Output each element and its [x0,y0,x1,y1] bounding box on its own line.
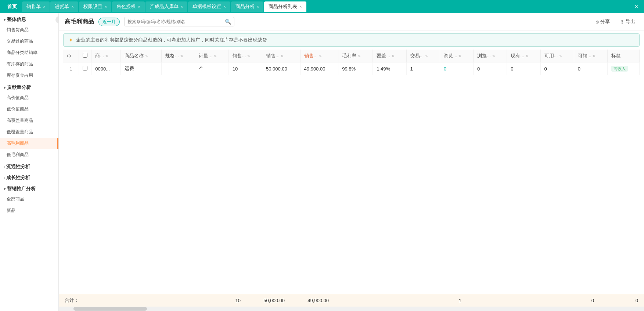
col-gross-margin-sort: ⇅ [358,54,361,58]
row-browse1[interactable]: 0 [440,62,473,75]
row-available: 0 [540,62,574,75]
col-unit[interactable]: 计量... ⇅ [195,50,229,62]
col-sales-amount-sort: ⇅ [281,54,284,58]
share-icon: ⎋ [596,19,599,25]
col-unit-sort: ⇅ [214,54,217,58]
row-code: 0000... [91,62,121,75]
tab-sales-close[interactable]: × [43,4,45,9]
table-body: 1 0000... 运费 个 10 50,000.00 49,900.00 99… [63,62,640,75]
marketing-arrow-icon: ▾ [4,187,6,191]
sidebar-group-growth[interactable]: › 成长性分析 [0,171,58,182]
sidebar-item-stock-capital[interactable]: 库存资金占用 [0,70,58,81]
col-current-stock[interactable]: 现有... ⇅ [507,50,540,62]
sidebar-item-low-margin[interactable]: 低毛利商品 [0,149,58,160]
close-window-button[interactable]: × [632,3,641,10]
share-button[interactable]: ⎋ 分享 [593,17,613,26]
tab-product-analysis-list-close[interactable]: × [299,4,302,9]
sidebar: « ▾ 整体信息 销售货商品 交易过的商品 商品分类助销率 有库存的商品 库存资… [0,13,59,311]
overall-arrow-icon: ▾ [4,18,6,22]
tab-purchase-close[interactable]: × [71,4,73,9]
tab-role-close[interactable]: × [138,4,140,9]
col-sales-amount[interactable]: 销售... ⇅ [262,50,301,62]
col-code[interactable]: 商... ⇅ [91,50,121,62]
tab-sales[interactable]: 销售单 × [22,1,50,12]
sidebar-item-sales-goods[interactable]: 销售货商品 [0,24,58,36]
footer-bar: 合计： 10 50,000.00 49,900.00 1 0 0 [59,294,644,307]
liquidity-arrow-icon: › [4,165,5,169]
search-input[interactable] [127,19,223,24]
table-row: 1 0000... 运费 个 10 50,000.00 49,900.00 99… [63,62,640,75]
footer-current-stock: 0 [565,298,594,303]
col-name[interactable]: 商品名称 ⇅ [121,50,162,62]
scrollbar-thumb[interactable] [73,307,147,311]
col-sales-count[interactable]: 销售... ⇅ [229,50,262,62]
content-title: 高毛利商品 [65,18,94,26]
tag-badge: 高收入 [611,66,628,72]
footer-sales-profit: 49,900.00 [299,298,329,303]
col-coverage[interactable]: 覆盖... ⇅ [373,50,406,62]
col-transaction[interactable]: 交易... ⇅ [406,50,440,62]
col-spec-sort: ⇅ [180,54,183,58]
date-filter-button[interactable]: 近一月 [98,18,120,26]
tab-product-in[interactable]: 产成品入库单 × [145,1,187,12]
top-tabbar: 首页 销售单 × 进货单 × 权限设置 × 角色授权 × 产成品入库单 × 单据… [0,0,644,13]
footer-sales-amount: 50,000.00 [255,298,285,303]
sidebar-item-low-value[interactable]: 低价值商品 [0,104,58,115]
tab-home[interactable]: 首页 [3,1,21,12]
tab-product-analysis-list[interactable]: 商品分析列表 × [264,1,306,12]
col-settings[interactable]: ⚙ [63,50,79,62]
row-num: 1 [63,62,79,75]
data-table: ⚙ 商... ⇅ 商品名称 ⇅ 规格... ⇅ 计量... ⇅ 销售... ⇅ … [63,50,640,75]
sidebar-item-high-margin[interactable]: 高毛利商品 [0,138,58,149]
col-spec[interactable]: 规格... ⇅ [162,50,195,62]
select-all-checkbox[interactable] [83,53,87,58]
horizontal-scrollbar[interactable] [59,307,644,311]
footer-label: 合计： [65,297,79,304]
sidebar-item-traded-goods[interactable]: 交易过的商品 [0,36,58,47]
col-gross-margin[interactable]: 毛利率 ⇅ [338,50,373,62]
sidebar-item-high-coverage[interactable]: 高覆盖量商品 [0,115,58,126]
search-icon[interactable]: 🔍 [225,19,231,25]
col-tag[interactable]: 标签 [608,50,640,62]
footer-sales-count: 10 [211,298,241,303]
col-coverage-sort: ⇅ [392,54,395,58]
sidebar-group-overall[interactable]: ▾ 整体信息 [0,13,58,24]
col-available-sort: ⇅ [559,54,562,58]
row-current-stock: 0 [507,62,540,75]
tab-purchase[interactable]: 进货单 × [50,1,78,12]
col-checkbox[interactable] [79,50,91,62]
sidebar-group-liquidity[interactable]: › 流通性分析 [0,160,58,171]
col-browse1[interactable]: 浏览... ⇅ [440,50,473,62]
export-button[interactable]: ⇪ 导出 [617,17,638,26]
tab-role[interactable]: 角色授权 × [112,1,144,12]
sidebar-group-marketing[interactable]: ▾ 营销推广分析 [0,182,58,194]
col-current-stock-sort: ⇅ [526,54,529,58]
col-browse2[interactable]: 浏览... ⇅ [474,50,507,62]
tab-template-close[interactable]: × [223,4,226,9]
tab-product-analysis[interactable]: 商品分析 × [231,1,263,12]
tab-product-in-close[interactable]: × [181,4,183,9]
col-available[interactable]: 可用... ⇅ [540,50,574,62]
tab-permission-close[interactable]: × [105,4,107,9]
col-sales-profit-sort: ⇅ [319,54,322,58]
col-sales-count-sort: ⇅ [247,54,250,58]
col-sellable[interactable]: 可销... ⇅ [574,50,607,62]
row-sellable: 0 [574,62,607,75]
row-name[interactable]: 运费 [121,62,162,75]
tab-template[interactable]: 单据模板设置 × [188,1,230,12]
sidebar-item-high-value[interactable]: 高价值商品 [0,92,58,104]
sidebar-group-contribution[interactable]: ▾ 贡献量分析 [0,81,58,92]
row-transaction: 1 [406,62,440,75]
tab-permission[interactable]: 权限设置 × [79,1,111,12]
tab-product-analysis-close[interactable]: × [257,4,259,9]
sidebar-item-all-goods[interactable]: 全部商品 [0,194,58,205]
col-sales-profit[interactable]: 销售... ⇅ [300,50,338,62]
row-spec [162,62,195,75]
sidebar-item-in-stock-goods[interactable]: 有库存的商品 [0,58,58,70]
table-header-row: ⚙ 商... ⇅ 商品名称 ⇅ 规格... ⇅ 计量... ⇅ 销售... ⇅ … [63,50,640,62]
row-unit: 个 [195,62,229,75]
sidebar-item-new-goods[interactable]: 新品 [0,205,58,216]
row-checkbox[interactable] [79,62,91,75]
sidebar-item-category-rate[interactable]: 商品分类助销率 [0,47,58,58]
sidebar-item-low-coverage[interactable]: 低覆盖量商品 [0,126,58,138]
